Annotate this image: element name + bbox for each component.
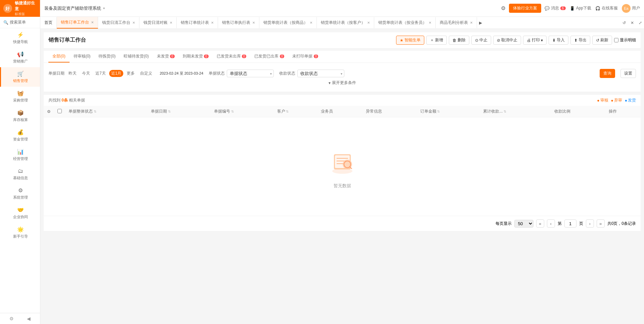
cancel-stop-btn[interactable]: ⊘ 取消中止 [493, 36, 521, 45]
tab-close-btn[interactable]: ✕ [170, 21, 172, 25]
sidebar-item-purchase[interactable]: 🧺 采购管理 [0, 87, 40, 106]
sidebar-item-system[interactable]: ⚙ 系统管理 [0, 184, 40, 203]
anti-review-action[interactable]: ● 弃审 [611, 97, 622, 103]
filter-row: 单据日期 昨天 今天 近7天 近1月 更多 自定义 2023-02-24 至 2… [48, 69, 636, 78]
header-setting-btn[interactable]: ⚙ [501, 5, 506, 11]
industry-btn[interactable]: 体验行业方案 [509, 4, 541, 13]
sub-tab-overdue-ship[interactable]: 到期未发货 0 [179, 51, 213, 63]
tab-close-btn[interactable]: ✕ [132, 21, 135, 25]
tab-sales-order-stat[interactable]: 销售订单统计表 ✕ [177, 17, 218, 28]
page-input[interactable] [564, 219, 576, 228]
sidebar-item-marketing[interactable]: 📢 营销推广 [0, 48, 40, 67]
sub-tab-unprinted[interactable]: 未打印单据 0 [288, 51, 322, 63]
last-page-btn[interactable]: » [597, 219, 605, 228]
tab-sales-stat-customer[interactable]: 销货单统计表（按客户） ✕ [317, 17, 374, 28]
service-label: 在线客服 [602, 5, 618, 11]
tab-refresh-btn[interactable]: ↺ [620, 19, 628, 27]
table-header-row: ⚙ 单据整体状态 单据日期 单据编号 客户 业务员 异常信息 订单金额 累计收款… [44, 106, 641, 117]
app-download-btn[interactable]: 📱 App下载 [570, 5, 591, 11]
tab-close-btn[interactable]: ✕ [429, 21, 431, 25]
prev-page-btn[interactable]: ‹ [547, 219, 555, 228]
sub-tab-not-shipped[interactable]: 未发货 0 [153, 51, 179, 63]
add-btn[interactable]: ＋ 新增 [426, 36, 447, 45]
filter-settings-btn[interactable]: 设置 [620, 69, 636, 78]
first-page-btn[interactable]: « [536, 219, 544, 228]
date-btn-more[interactable]: 更多 [125, 70, 137, 77]
sidebar-item-finance[interactable]: 💰 资金管理 [0, 126, 40, 145]
tab-close-all-btn[interactable]: ✕ [629, 19, 636, 27]
sidebar-collapse-btn[interactable]: ◀ [27, 316, 31, 321]
th-customer[interactable]: 客户 [274, 106, 318, 117]
th-status[interactable]: 单据整体状态 [65, 106, 147, 117]
sidebar-item-sales[interactable]: 🛒 销售管理 [0, 67, 40, 87]
stop-btn[interactable]: ⊙ 中止 [471, 36, 491, 45]
online-service-btn[interactable]: 🎧 在线客服 [595, 5, 618, 11]
sub-tab-pending-pick[interactable]: 待拣货(0) [94, 51, 120, 63]
th-received[interactable]: 累计收款... [480, 106, 551, 117]
tab-sales-order-ws[interactable]: 销售订单工作台 ✕ [57, 17, 98, 29]
sidebar-item-coop[interactable]: 🤝 企业协同 [0, 203, 40, 223]
sub-tab-pending-review[interactable]: 待审核(0) [70, 51, 95, 63]
sub-tab-shipped-out[interactable]: 已发货已出库 0 [250, 51, 288, 63]
total-info: 共0页，0条记录 [607, 221, 636, 227]
tab-home[interactable]: 首页 [40, 17, 57, 28]
date-btn-custom[interactable]: 自定义 [138, 70, 154, 77]
user-btn[interactable]: Ea 用户 [622, 4, 640, 13]
filter-status-select[interactable]: 单据状态 [227, 70, 274, 77]
th-number[interactable]: 单据编号 [211, 106, 274, 117]
date-btn-7days[interactable]: 近7天 [93, 70, 108, 77]
message-btn[interactable]: 💬 消息 6 [545, 5, 566, 11]
tab-maximize-btn[interactable]: ⤢ [637, 19, 644, 27]
tab-cash-reconcile[interactable]: 钱货日清对账 ✕ [139, 17, 177, 28]
print-btn[interactable]: 🖨 打印 ▾ [523, 36, 547, 45]
sidebar-item-quick-nav[interactable]: ⚡ 快捷导航 [0, 28, 40, 48]
stop-icon: ⊙ [475, 38, 478, 43]
date-btn-1month[interactable]: 近1月 [109, 70, 124, 77]
tab-close-btn[interactable]: ✕ [367, 21, 370, 25]
tab-cash-daily[interactable]: 钱货日清工作台 ✕ [98, 17, 139, 28]
tab-close-btn[interactable]: ✕ [211, 21, 214, 25]
show-detail-label[interactable]: 显示明细 [614, 37, 636, 43]
sidebar-item-ops[interactable]: 📊 经营管理 [0, 145, 40, 165]
query-btn[interactable]: 查询 [600, 69, 615, 78]
sub-tab-shipped-not-out[interactable]: 已发货未出库 0 [213, 51, 251, 63]
next-page-btn[interactable]: › [586, 219, 594, 228]
tab-sales-stat-product[interactable]: 销货单统计表（按商品） ✕ [259, 17, 317, 28]
sidebar-item-basic[interactable]: 🗂 基础信息 [0, 165, 40, 184]
ship-action[interactable]: ● 发货 [625, 97, 636, 103]
tab-sales-order-exec[interactable]: 销售订单执行表 ✕ [218, 17, 259, 28]
th-date[interactable]: 单据日期 [147, 106, 211, 117]
sub-tab-all[interactable]: 全部(0) [48, 51, 70, 63]
page-size-select[interactable]: 50 100 [514, 220, 533, 228]
table-settings-icon[interactable]: ⚙ [47, 109, 51, 114]
tab-close-btn[interactable]: ✕ [470, 21, 473, 25]
delete-btn[interactable]: 🗑 删除 [449, 36, 469, 45]
date-btn-yesterday[interactable]: 昨天 [67, 70, 79, 77]
tab-close-btn[interactable]: ✕ [310, 21, 312, 25]
export-btn[interactable]: ⬆ 导出 [570, 36, 590, 45]
sub-tab-wangpu-ship[interactable]: 旺铺待发货(0) [120, 51, 153, 63]
tab-close-btn[interactable]: ✕ [252, 21, 255, 25]
sidebar-item-guide[interactable]: 🌟 新手引导 [0, 223, 40, 242]
show-detail-checkbox[interactable] [614, 38, 618, 42]
th-amount[interactable]: 订单金额 [417, 106, 480, 117]
date-btn-today[interactable]: 今天 [80, 70, 92, 77]
expand-more-btn[interactable]: ▾ 展开更多条件 [48, 80, 636, 86]
refresh-btn[interactable]: ↺ 刷新 [592, 36, 612, 45]
select-all-checkbox[interactable] [57, 109, 62, 113]
purchase-icon: 🧺 [17, 90, 24, 96]
sidebar-item-inventory[interactable]: 📦 库存核算 [0, 106, 40, 126]
message-badge: 6 [560, 6, 566, 10]
empty-icon [326, 144, 359, 179]
filter-payment-select[interactable]: 收款状态 [297, 70, 344, 77]
import-btn[interactable]: ⬇ 导入 [549, 36, 568, 45]
tab-product-margin[interactable]: 商品毛利分析表 ✕ [436, 17, 477, 28]
title-dropdown-arrow[interactable]: ▾ [103, 6, 105, 10]
tab-sales-stat-staff[interactable]: 销货单统计表（按业务员） ✕ [374, 17, 436, 28]
tab-close-btn[interactable]: ✕ [91, 21, 94, 24]
sidebar-settings-btn[interactable]: ⚙ [9, 316, 14, 321]
smart-create-btn[interactable]: ★ 智能生单 [396, 36, 424, 45]
search-menu-item[interactable]: 🔍 搜索菜单 [0, 17, 40, 28]
review-action[interactable]: ● 审核 [597, 97, 608, 103]
tab-scroll-right-btn[interactable]: ▶ [477, 21, 484, 25]
